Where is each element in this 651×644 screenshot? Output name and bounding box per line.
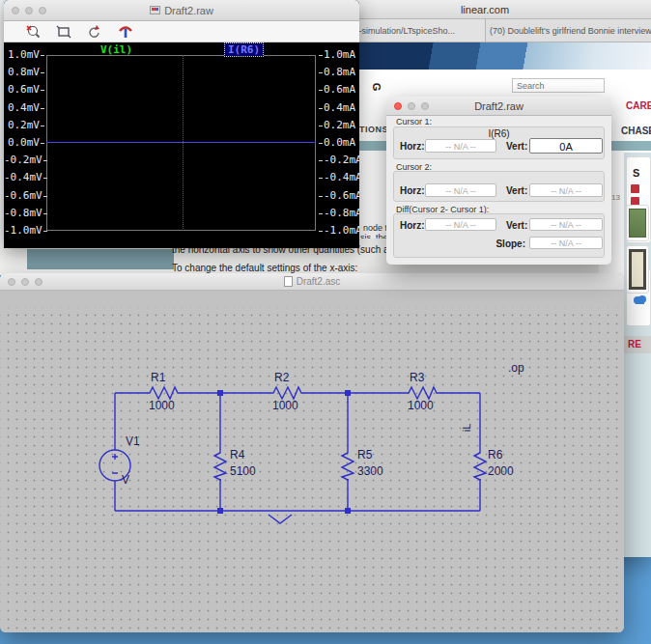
cursor2-horz-label: Horz: [400,185,425,196]
component-value-r6[interactable]: 2000 [488,464,514,478]
cursor2-vert-value[interactable]: -- N/A -- [529,183,603,197]
node-label-il[interactable]: iL [461,416,472,439]
slope-label: Slope: [493,238,525,249]
component-name-r2[interactable]: R2 [274,371,289,384]
waveform-plot[interactable]: 1.0mV 0.8mV 0.6mV 0.4mV 0.2mV 0.0mV -0.2… [4,42,359,248]
zoom-box-icon[interactable] [56,24,71,40]
left-axis-tick: 0.6mV [4,84,44,96]
tab-video-page[interactable]: (70) Doublelift's girlfriend Bonnie inte… [485,19,651,42]
control-panel-icon[interactable] [118,24,133,40]
cursor2-vert-label: Vert: [506,185,527,196]
left-axis-tick: -0.6mV [4,190,44,202]
right-axis-tick: 0.0mA [319,137,355,149]
plot-border [46,55,316,231]
close-button[interactable] [8,278,15,286]
rail-count-text: 13 [611,193,620,202]
right-axis-tick: -0.4mA [319,172,359,183]
left-axis-tick: 0.0mV [4,137,44,149]
right-axis-tick: -1.0mA [319,225,359,237]
waveform-window-title: Draft2.raw [164,5,213,16]
component-name-r6[interactable]: R6 [488,448,502,462]
pdf-icon[interactable] [631,184,639,193]
page-text-fragment-1: node t [363,223,387,233]
cursor2-horz-value[interactable]: -- N/A -- [425,183,496,197]
close-button[interactable] [394,102,402,110]
trace-label-vil[interactable]: V(il) [100,43,132,56]
schematic-window: Draft2.asc [0,273,624,632]
browser-window-title: linear.com [319,4,651,15]
right-axis-tick: 0.6mA [319,84,355,96]
right-axis-tick: -0.6mA [319,190,359,202]
rail-text-s: S [633,167,639,179]
page-image-band [27,249,174,269]
cursor-dialog: Draft2.raw Cursor 1: I(R6) Horz: -- N/A … [386,97,611,265]
left-axis-tick: 0.4mV [4,102,44,114]
waveform-doc-icon [150,6,160,14]
site-search-input[interactable] [512,78,605,93]
left-axis-tick: 0.2mV [4,120,44,131]
related-header-text: RE [628,339,641,350]
maximize-button[interactable] [35,278,42,286]
vertical-text-fragment: G [371,83,382,92]
component-value-r5[interactable]: 3300 [357,464,383,478]
purchase-link-fragment[interactable]: CHASE [621,126,651,136]
browser-tab-bar: ware-and-simulation/LTspiceSho... (70) D… [319,19,651,42]
component-name-r1[interactable]: R1 [151,371,165,384]
schematic-doc-icon [284,276,293,287]
browser-titlebar[interactable]: linear.com [319,0,651,19]
component-name-r3[interactable]: R3 [410,371,424,384]
waveform-window: Draft2.raw 1.0mV 0.8mV 0.6mV 0.4mV 0.2mV [4,0,359,248]
component-value-r1[interactable]: 1000 [149,399,175,412]
component-name-v1[interactable]: V1 [126,434,140,448]
component-value-r2[interactable]: 1000 [272,399,298,412]
product-thumbnail[interactable] [626,205,649,241]
left-axis-tick: -0.2mV [4,154,44,166]
site-banner-image [319,42,651,70]
diff-vert-label: Vert: [506,220,527,231]
right-axis-tick: -0.8mA [319,208,359,219]
component-name-r4[interactable]: R4 [230,448,244,462]
waveform-titlebar[interactable]: Draft2.raw [4,0,359,21]
schematic-window-title: Draft2.asc [297,276,341,287]
schematic-canvas[interactable]: R1 1000 R2 1000 R3 1000 R4 5100 R5 3300 … [0,307,624,632]
left-axis-tick: -0.8mV [4,208,44,219]
trace-label-ir6-selected[interactable]: I(R6) [224,42,264,57]
component-value-r4[interactable]: 5100 [230,464,256,478]
nav-menu-fragment[interactable]: TIONS [359,125,388,134]
undo-zoom-icon[interactable] [87,24,102,40]
product-thumbnail[interactable] [626,245,649,294]
autorange-zoom-icon[interactable] [25,24,41,40]
cursor1-section-label: Cursor 1: [396,117,432,126]
right-axis-tick: 0.4mA [319,102,355,114]
minimize-button[interactable] [408,102,415,110]
cursor-dialog-titlebar[interactable]: Draft2.raw [386,97,611,116]
maximize-button[interactable] [421,102,429,110]
diff-horz-label: Horz: [400,220,425,231]
minimize-button[interactable] [21,278,29,286]
board-image [629,249,646,290]
slope-value[interactable]: -- N/A -- [529,237,603,249]
component-value-r3[interactable]: 1000 [408,399,434,412]
left-axis-tick: 1.0mV [4,49,44,61]
trace-ir6-line[interactable] [46,142,316,143]
maximize-button[interactable] [39,7,46,14]
cursor1-horz-value[interactable]: -- N/A -- [425,139,496,153]
cloud-icon[interactable] [633,294,647,305]
right-axis-tick: 0.2mA [319,120,355,131]
right-axis-tick: 1.0mA [319,49,355,61]
cursor1-vert-value[interactable]: 0A [529,138,603,154]
left-axis-tick: -0.4mV [4,172,44,183]
right-axis-tick: 0.8mA [319,67,355,78]
minimize-button[interactable] [25,7,33,14]
diff-horz-value[interactable]: -- N/A -- [425,218,496,231]
circuit-drawing [0,307,624,632]
component-value-v1[interactable]: V [122,473,129,487]
left-axis-tick: -1.0mV [4,225,44,237]
component-name-r5[interactable]: R5 [357,448,372,462]
close-button[interactable] [12,7,19,14]
schematic-titlebar[interactable]: Draft2.asc [0,273,624,291]
careers-link-fragment[interactable]: CAREE [626,100,651,111]
spice-directive[interactable]: .op [508,361,524,375]
plot-center-gridline [183,55,184,231]
diff-vert-value[interactable]: -- N/A -- [529,218,603,231]
